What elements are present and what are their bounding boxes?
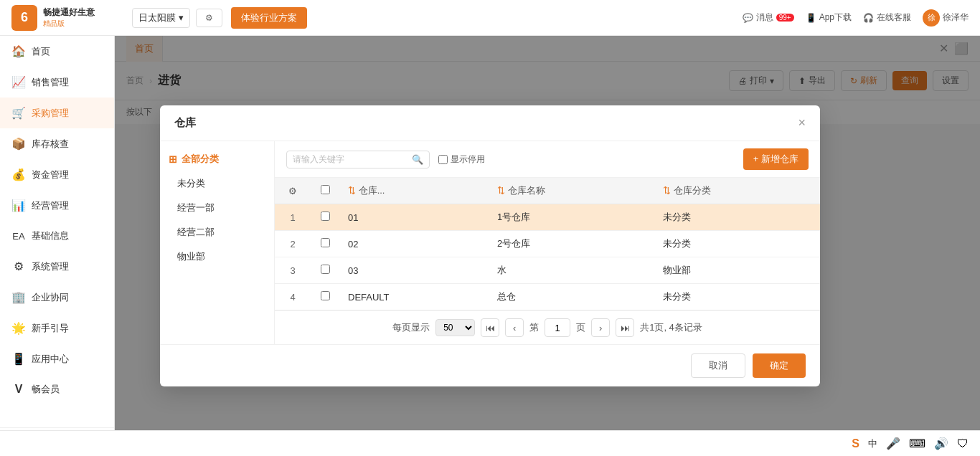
sidebar-item-label: 企业协同 (32, 291, 69, 304)
sidebar-item-home[interactable]: 🏠 首页 (0, 36, 114, 67)
taskbar-brand-icon: S (852, 437, 859, 450)
sidebar-item-guide[interactable]: 🌟 新手引导 (0, 313, 114, 343)
row-name: 水 (489, 257, 654, 284)
show-disabled-wrap: 显示停用 (438, 153, 485, 166)
purchase-icon: 🛒 (11, 106, 26, 120)
sidebar-item-system[interactable]: ⚙ 系统管理 (0, 251, 114, 282)
enterprise-icon: 🏢 (11, 290, 26, 304)
sidebar-item-label: 首页 (32, 45, 50, 58)
top-header: 6 畅捷通好生意 精品版 日太阳膜 ▾ ⚙ 体验行业方案 💬 消息 99+ 📱 … (0, 0, 980, 36)
table-col-code: ⇅ 仓库... (339, 178, 489, 204)
category-item-operations2[interactable]: 经营二部 (160, 220, 274, 244)
row-checkbox[interactable] (321, 265, 330, 274)
sort-icon: ⇅ (348, 185, 356, 196)
table-gear-col[interactable]: ⚙ (275, 178, 311, 204)
first-page-btn[interactable]: ⏮ (481, 318, 499, 337)
table-col-name: ⇅ 仓库名称 (489, 178, 654, 204)
row-checkbox[interactable] (321, 291, 330, 300)
table-row[interactable]: 3 03 水 物业部 (275, 257, 820, 284)
mobile-icon: 📱 (806, 13, 816, 23)
finance-icon: 💰 (11, 168, 26, 181)
header-right: 💬 消息 99+ 📱 App下载 🎧 在线客服 徐 徐泽华 (743, 9, 969, 27)
message-btn[interactable]: 💬 消息 99+ (743, 11, 794, 24)
sidebar-item-enterprise[interactable]: 🏢 企业协同 (0, 282, 114, 313)
sidebar-item-basics[interactable]: EA 基础信息 (0, 221, 114, 251)
table-row[interactable]: 1 01 1号仓库 未分类 (275, 204, 820, 231)
prev-page-btn[interactable]: ‹ (505, 318, 524, 337)
confirm-btn[interactable]: 确定 (753, 353, 806, 378)
sidebar-item-purchase[interactable]: 🛒 采购管理 (0, 98, 114, 128)
user-avatar-btn[interactable]: 徐 徐泽华 (923, 9, 969, 27)
row-index: 1 (275, 204, 311, 231)
show-disabled-label[interactable]: 显示停用 (451, 153, 485, 166)
customer-service-btn[interactable]: 🎧 在线客服 (863, 11, 911, 24)
category-item-uncategorized[interactable]: 未分类 (160, 171, 274, 196)
row-checkbox[interactable] (321, 212, 330, 221)
row-checkbox-cell (311, 231, 339, 257)
modal-title: 仓库 (174, 116, 196, 130)
row-category: 未分类 (654, 204, 820, 231)
all-category-header[interactable]: ⊞ 全部分类 (160, 147, 274, 171)
sidebar-item-app-center[interactable]: 📱 应用中心 (0, 343, 114, 374)
sidebar-item-inventory[interactable]: 📦 库存核查 (0, 128, 114, 159)
modal-close-btn[interactable]: × (798, 115, 806, 130)
last-page-btn[interactable]: ⏭ (616, 318, 634, 337)
sidebar-item-sales[interactable]: 📈 销售管理 (0, 67, 114, 98)
logo-text: 畅捷通好生意 精品版 (43, 6, 95, 29)
page-size-select[interactable]: 50 20 100 (435, 319, 475, 336)
table-row[interactable]: 2 02 2号仓库 未分类 (275, 231, 820, 257)
table-header-row: ⚙ ⇅ 仓库... ⇅ 仓库名称 (275, 178, 820, 204)
add-warehouse-btn[interactable]: + 新增仓库 (743, 148, 809, 170)
search-input[interactable] (293, 154, 407, 164)
page-label: 第 (529, 321, 539, 334)
pagination-bar: 每页显示 50 20 100 ⏮ ‹ 第 页 › (275, 310, 820, 344)
select-all-checkbox[interactable] (321, 185, 330, 194)
system-icon: ⚙ (11, 260, 26, 273)
main-layout: 🏠 首页 📈 销售管理 🛒 采购管理 📦 库存核查 💰 资金管理 📊 经营管理 … (0, 36, 980, 456)
category-item-property[interactable]: 物业部 (160, 244, 274, 269)
taskbar-shield-icon[interactable]: 🛡 (957, 437, 969, 450)
chevron-down-icon: ▾ (179, 12, 184, 23)
table-col-category: ⇅ 仓库分类 (654, 178, 820, 204)
sidebar-item-label: 资金管理 (32, 168, 69, 181)
sidebar-item-label: 采购管理 (32, 107, 69, 120)
taskbar-text-icon: 中 (868, 437, 877, 450)
settings-icon-btn[interactable]: ⚙ (196, 9, 222, 27)
sidebar-item-finance[interactable]: 💰 资金管理 (0, 159, 114, 190)
modal-overlay[interactable]: 仓库 × ⊞ 全部分类 未分类 经营一 (115, 36, 980, 456)
sidebar-item-member[interactable]: V 畅会员 (0, 374, 114, 404)
row-category: 未分类 (654, 231, 820, 257)
modal-footer: 取消 确定 (160, 344, 820, 386)
search-icon[interactable]: 🔍 (412, 154, 423, 165)
inventory-icon: 📦 (11, 137, 26, 151)
collapse-category-btn[interactable]: ‹ (274, 243, 275, 272)
taskbar-keyboard-icon[interactable]: ⌨ (909, 437, 925, 450)
trial-button[interactable]: 体验行业方案 (231, 7, 307, 29)
modal-body: ⊞ 全部分类 未分类 经营一部 经营二部 物业部 (160, 141, 820, 344)
operations-icon: 📊 (11, 199, 26, 212)
sidebar-item-operations[interactable]: 📊 经营管理 (0, 190, 114, 221)
taskbar-mic-icon[interactable]: 🎤 (886, 437, 900, 450)
cancel-btn[interactable]: 取消 (691, 353, 745, 378)
next-page-btn[interactable]: › (591, 318, 610, 337)
taskbar: S 中 🎤 ⌨ 🔊 🛡 (0, 430, 980, 456)
sidebar-item-label: 库存核查 (32, 138, 69, 151)
row-code: 03 (339, 257, 489, 284)
table-check-col (311, 178, 339, 204)
sidebar-item-label: 经营管理 (32, 199, 69, 212)
sidebar-item-label: 畅会员 (32, 383, 60, 396)
row-category: 物业部 (654, 257, 820, 284)
taskbar-speaker-icon[interactable]: 🔊 (934, 437, 948, 450)
row-checkbox[interactable] (321, 238, 330, 247)
category-item-operations1[interactable]: 经营一部 (160, 196, 274, 220)
store-selector[interactable]: 日太阳膜 ▾ (132, 8, 190, 28)
app-download-btn[interactable]: 📱 App下载 (806, 11, 852, 24)
page-number-input[interactable] (545, 318, 570, 337)
show-disabled-checkbox[interactable] (438, 155, 448, 164)
row-checkbox-cell (311, 284, 339, 310)
sort-icon3: ⇅ (663, 185, 671, 196)
table-row[interactable]: 4 DEFAULT 总仓 未分类 (275, 284, 820, 310)
row-name: 2号仓库 (489, 231, 654, 257)
sidebar-item-label: 系统管理 (32, 260, 69, 273)
row-name: 总仓 (489, 284, 654, 310)
